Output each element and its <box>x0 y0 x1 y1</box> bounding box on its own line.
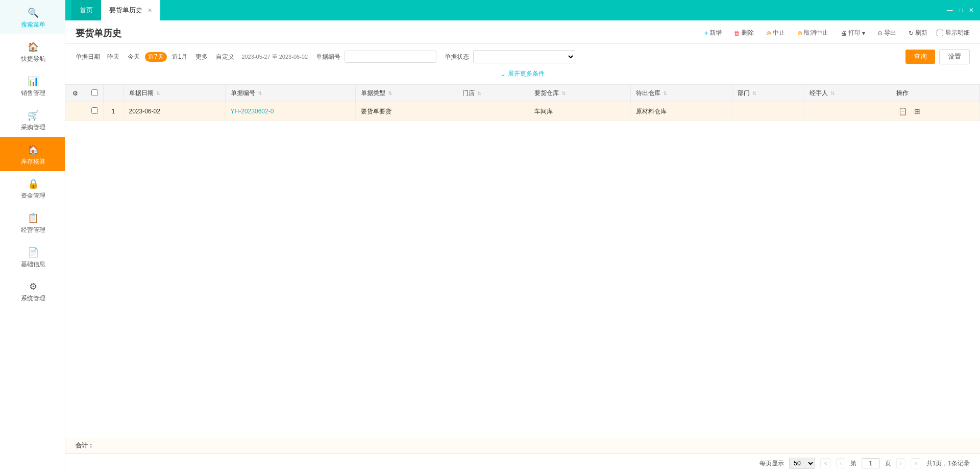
sidebar-item-finance[interactable]: 🔒 资金管理 <box>0 171 65 205</box>
col-req-wh-sort-icon[interactable]: ⇅ <box>561 90 566 96</box>
row-req-warehouse: 车间库 <box>529 102 631 121</box>
stop-button[interactable]: ⊗ 中止 <box>763 27 788 39</box>
sidebar-item-label: 库存核算 <box>21 157 45 166</box>
sidebar-item-sales[interactable]: 📊 销售管理 <box>0 68 65 103</box>
query-button[interactable]: 查询 <box>905 50 935 64</box>
col-docno-sort-icon[interactable]: ⇅ <box>258 90 262 96</box>
page-number-input[interactable] <box>862 458 880 468</box>
next-page-btn[interactable]: › <box>896 458 905 468</box>
sidebar-item-purchase[interactable]: 🛒 采购管理 <box>0 103 65 137</box>
footer-total-label: 合计： <box>76 441 94 450</box>
settings-button[interactable]: 设置 <box>939 49 970 64</box>
top-bar: 首页 要货单历史 ✕ — □ ✕ <box>65 0 980 20</box>
print-chevron-icon: ▾ <box>862 30 865 37</box>
col-docno: 单据编号 ⇅ <box>225 85 356 102</box>
last-page-btn[interactable]: » <box>911 458 921 468</box>
search-menu-icon: 🔍 <box>28 7 39 18</box>
export-icon: ⊙ <box>877 30 883 37</box>
show-detail-label: 显示明细 <box>945 29 970 37</box>
sidebar-item-label: 基础信息 <box>21 260 45 269</box>
col-store-sort-icon[interactable]: ⇅ <box>477 90 481 96</box>
show-detail-checkbox[interactable] <box>937 30 943 36</box>
main-area: 首页 要货单历史 ✕ — □ ✕ 要货单历史 + 新增 🗑 删除 <box>65 0 980 473</box>
col-actions: 操作 <box>891 85 979 102</box>
page-title: 要货单历史 <box>76 27 701 39</box>
col-doctype-sort-icon[interactable]: ⇅ <box>388 90 392 96</box>
close-btn[interactable]: ✕ <box>969 7 974 14</box>
sidebar-item-quicknav[interactable]: 🏠 快捷导航 <box>0 34 65 68</box>
maximize-btn[interactable]: □ <box>959 7 963 14</box>
sidebar: 🔍 搜索菜单 🏠 快捷导航 📊 销售管理 🛒 采购管理 🏠 库存核算 🔒 资金管… <box>0 0 65 473</box>
col-date-label: 单据日期 <box>129 89 154 97</box>
row-actions: 📋 ⊞ <box>891 102 979 121</box>
tab-home[interactable]: 首页 <box>71 0 101 20</box>
delete-icon: 🗑 <box>734 30 740 37</box>
tab-requisition-history[interactable]: 要货单历史 ✕ <box>101 0 160 20</box>
date-range-display: 2023-05-27 至 2023-06-02 <box>241 53 308 61</box>
sidebar-item-label: 销售管理 <box>21 89 45 98</box>
col-dept-sort-icon[interactable]: ⇅ <box>752 90 756 96</box>
export-button[interactable]: ⊙ 导出 <box>874 27 899 39</box>
minimize-btn[interactable]: — <box>947 7 953 14</box>
page-header: 要货单历史 + 新增 🗑 删除 ⊗ 中止 ⊗ 取消中止 <box>65 20 980 44</box>
sidebar-item-label: 经营管理 <box>21 226 45 234</box>
row-docno: YH-20230602-0 <box>225 102 356 121</box>
col-pending-warehouse: 待出仓库 ⇅ <box>631 85 732 102</box>
docno-filter-group: 单据编号 <box>316 51 436 63</box>
col-date-sort-icon[interactable]: ⇅ <box>156 90 160 96</box>
prev-page-btn[interactable]: ‹ <box>836 458 845 468</box>
col-checkbox <box>86 85 103 102</box>
row-department <box>732 102 804 121</box>
new-button[interactable]: + 新增 <box>701 27 725 39</box>
docno-input[interactable] <box>345 51 436 63</box>
sidebar-item-inventory[interactable]: 🏠 库存核算 <box>0 137 65 171</box>
col-settings[interactable]: ⚙ <box>65 85 86 102</box>
tab-close-icon[interactable]: ✕ <box>148 7 152 14</box>
status-select[interactable] <box>473 50 575 63</box>
delete-button[interactable]: 🗑 删除 <box>731 27 757 39</box>
sidebar-item-label: 资金管理 <box>21 192 45 200</box>
per-page-select[interactable]: 50 10 20 100 <box>789 458 815 469</box>
row-date: 2023-06-02 <box>124 102 225 121</box>
refresh-label: 刷新 <box>915 29 927 37</box>
doc-link[interactable]: YH-20230602-0 <box>231 108 274 115</box>
row-check-input[interactable] <box>91 107 98 114</box>
print-button[interactable]: 🖨 打印 ▾ <box>838 27 868 39</box>
row-edit-btn[interactable]: 📋 <box>896 106 909 116</box>
sales-icon: 📊 <box>28 76 39 87</box>
shortcut-yesterday[interactable]: 昨天 <box>104 52 122 62</box>
shortcut-1month[interactable]: 近1月 <box>169 52 191 62</box>
shortcut-7days[interactable]: 近7天 <box>145 52 167 62</box>
col-pending-wh-sort-icon[interactable]: ⇅ <box>663 90 667 96</box>
cancel-stop-button[interactable]: ⊗ 取消中止 <box>794 27 831 39</box>
col-req-wh-label: 要货仓库 <box>534 89 559 97</box>
print-label: 打印 <box>848 29 861 37</box>
cancel-stop-label: 取消中止 <box>804 29 828 37</box>
page-label: 第 <box>850 459 856 468</box>
expand-more-btn[interactable]: ⌄ 展开更多条件 <box>76 68 970 79</box>
shortcut-today[interactable]: 今天 <box>125 52 143 62</box>
row-doctype: 要货单要货 <box>356 102 457 121</box>
sidebar-item-system[interactable]: ⚙ 系统管理 <box>0 274 65 308</box>
stop-icon: ⊗ <box>766 30 771 37</box>
refresh-button[interactable]: ↻ 刷新 <box>905 27 930 39</box>
first-page-btn[interactable]: « <box>820 458 831 468</box>
sidebar-item-search[interactable]: 🔍 搜索菜单 <box>0 0 65 34</box>
sidebar-item-operation[interactable]: 📋 经营管理 <box>0 205 65 240</box>
total-info: 共1页，1条记录 <box>926 459 970 468</box>
shortcut-more[interactable]: 更多 <box>192 52 211 62</box>
table-header-row: ⚙ 单据日期 ⇅ 单据编号 ⇅ <box>65 85 980 102</box>
refresh-icon: ↻ <box>909 30 914 37</box>
row-delete-btn[interactable]: ⊞ <box>912 106 922 116</box>
show-detail-toggle[interactable]: 显示明细 <box>937 29 970 37</box>
sidebar-item-label: 采购管理 <box>21 123 45 132</box>
plus-icon: + <box>704 30 708 37</box>
col-handler-sort-icon[interactable]: ⇅ <box>830 90 835 96</box>
pagination-bar: 每页显示 50 10 20 100 « ‹ 第 页 › » 共1页，1条记录 <box>65 453 980 473</box>
row-seq: 1 <box>103 102 124 121</box>
toolbar: + 新增 🗑 删除 ⊗ 中止 ⊗ 取消中止 🖨 打印 <box>701 27 970 39</box>
sidebar-item-basicinfo[interactable]: 📄 基础信息 <box>0 240 65 274</box>
expand-chevron-icon: ⌄ <box>501 70 506 78</box>
select-all-checkbox[interactable] <box>91 89 98 96</box>
shortcut-custom[interactable]: 自定义 <box>213 52 237 62</box>
